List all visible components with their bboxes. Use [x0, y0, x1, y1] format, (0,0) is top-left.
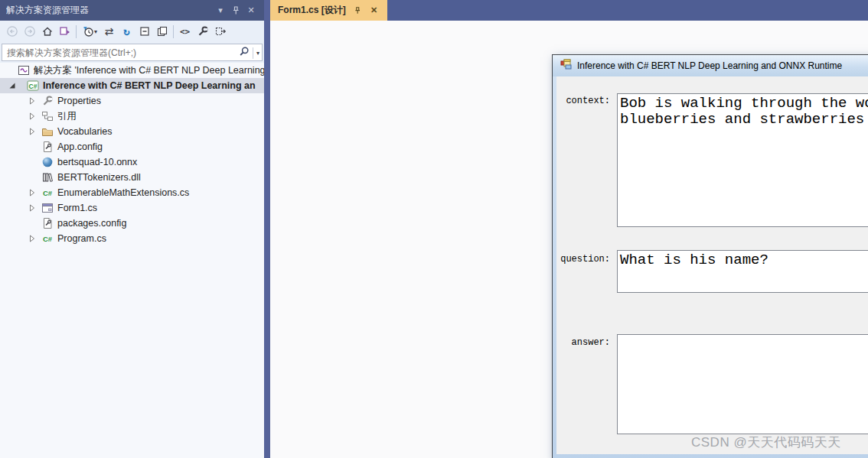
watermark: CSDN @天天代码码天天	[691, 434, 841, 451]
collapse-all-icon[interactable]	[135, 23, 153, 41]
show-all-files-icon[interactable]	[153, 23, 171, 41]
tree-item-label: EnumerableMathExtensions.cs	[57, 187, 189, 198]
preview-selected-items-icon[interactable]	[211, 23, 229, 41]
tree-item-label: Program.cs	[57, 233, 106, 244]
close-icon[interactable]: ✕	[244, 4, 258, 18]
tab-form1-design[interactable]: Form1.cs [设计] ✕	[270, 0, 387, 21]
winforms-app-icon	[560, 59, 572, 73]
solution-explorer-search: ▾	[0, 42, 264, 63]
separator	[253, 47, 253, 59]
context-label[interactable]: context:	[560, 96, 610, 106]
chevron-collapsed-icon[interactable]	[26, 128, 38, 135]
question-textbox[interactable]: What is his name?	[617, 250, 868, 293]
solution-icon	[18, 64, 30, 76]
chevron-expanded-icon[interactable]	[6, 82, 18, 89]
properties-wrench-icon[interactable]	[194, 23, 211, 41]
pin-icon[interactable]	[352, 5, 363, 16]
search-options-caret-icon[interactable]: ▾	[256, 50, 259, 57]
answer-textbox[interactable]	[617, 334, 868, 434]
forward-icon[interactable]	[21, 23, 38, 41]
tree-item-solution[interactable]: 解决方案 'Inference with C# BERT NLP Deep Le…	[0, 63, 264, 78]
svg-text:C#: C#	[43, 189, 53, 197]
pin-icon[interactable]	[229, 4, 243, 18]
references-icon	[41, 110, 54, 122]
onnx-model-icon	[41, 156, 54, 168]
csharp-file-icon: C#	[41, 232, 54, 245]
tree-item-program[interactable]: C# Program.cs	[0, 231, 264, 246]
tree-item-properties[interactable]: Properties	[0, 93, 264, 109]
question-label[interactable]: question:	[560, 254, 610, 265]
tree-item-label: 引用	[57, 110, 77, 123]
tree-item-references[interactable]: 引用	[0, 109, 264, 124]
folder-icon	[41, 125, 54, 138]
back-icon[interactable]	[3, 23, 21, 41]
tree-item-enumerable-math-extensions[interactable]: C# EnumerableMathExtensions.cs	[0, 185, 264, 200]
context-textbox[interactable]: Bob is walking through the woods collect…	[617, 93, 868, 227]
csharp-project-icon: C#	[27, 80, 39, 92]
tree-item-label: Properties	[57, 96, 101, 106]
window-position-chevron-icon[interactable]: ▾	[214, 4, 227, 18]
svg-text:C#: C#	[29, 83, 38, 90]
designer-surface: Inference with C# BERT NLP Deep Learning…	[270, 21, 868, 458]
document-tab-bar: Form1.cs [设计] ✕	[270, 0, 868, 21]
solution-tree: 解决方案 'Inference with C# BERT NLP Deep Le…	[0, 63, 264, 458]
switch-views-icon[interactable]	[56, 23, 73, 41]
chevron-collapsed-icon[interactable]	[26, 235, 38, 242]
home-icon[interactable]	[38, 23, 56, 41]
config-file-icon	[41, 217, 54, 229]
chevron-collapsed-icon[interactable]	[26, 97, 38, 105]
csharp-file-icon: C#	[41, 187, 54, 199]
question-text: What is his name?	[618, 251, 868, 268]
toolbar-separator	[173, 25, 174, 38]
tree-item-label: packages.config	[57, 218, 126, 229]
solution-explorer-panel: 解决方案资源管理器 ▾ ✕ ▾ ⇄ ↻ <>	[0, 0, 264, 458]
tree-item-label: App.config	[57, 141, 103, 152]
tree-item-label: BERTTokenizers.dll	[57, 172, 141, 183]
search-input[interactable]	[2, 44, 263, 61]
sync-with-active-document-icon[interactable]: ⇄	[100, 23, 118, 41]
answer-text	[618, 335, 868, 336]
chevron-collapsed-icon[interactable]	[26, 204, 38, 212]
solution-explorer-toolbar: ▾ ⇄ ↻ <>	[0, 21, 264, 42]
tab-label: Form1.cs [设计]	[278, 4, 346, 17]
designer-form-window[interactable]: Inference with C# BERT NLP Deep Learning…	[552, 54, 868, 458]
tree-item-vocabularies[interactable]: Vocabularies	[0, 124, 264, 139]
tree-item-label: Inference with C# BERT NLP Deep Learning…	[43, 80, 256, 91]
tree-item-label: 解决方案 'Inference with C# BERT NLP Deep Le…	[34, 64, 264, 77]
search-icon[interactable]	[239, 46, 250, 60]
wrench-icon	[41, 95, 54, 107]
tree-item-app-config[interactable]: App.config	[0, 139, 264, 154]
solution-explorer-title: 解决方案资源管理器	[6, 4, 212, 17]
tree-item-dll[interactable]: BERTTokenizers.dll	[0, 170, 264, 185]
view-code-icon[interactable]: <>	[176, 23, 194, 41]
tree-item-packages-config[interactable]: packages.config	[0, 216, 264, 231]
tree-item-form1[interactable]: Form1.cs	[0, 200, 264, 216]
context-text: Bob is walking through the woods collect…	[618, 94, 868, 128]
tree-item-project[interactable]: C# Inference with C# BERT NLP Deep Learn…	[0, 78, 264, 93]
close-icon[interactable]: ✕	[369, 5, 380, 16]
config-file-icon	[41, 141, 54, 153]
chevron-collapsed-icon[interactable]	[26, 189, 38, 197]
designer-form-titlebar: Inference with C# BERT NLP Deep Learning…	[553, 55, 868, 76]
tree-item-onnx-model[interactable]: bertsquad-10.onnx	[0, 154, 264, 170]
tree-item-label: Form1.cs	[57, 203, 97, 213]
dll-library-icon	[41, 171, 54, 184]
answer-label[interactable]: answer:	[560, 337, 610, 348]
panel-splitter[interactable]	[264, 0, 270, 458]
tree-item-label: bertsquad-10.onnx	[57, 157, 137, 167]
designer-form-client: context: Bob is walking through the wood…	[556, 76, 868, 454]
solution-explorer-titlebar: 解决方案资源管理器 ▾ ✕	[0, 0, 264, 21]
refresh-icon[interactable]: ↻	[118, 23, 135, 41]
chevron-collapsed-icon[interactable]	[26, 112, 38, 120]
toolbar-separator	[76, 25, 77, 38]
tree-item-label: Vocabularies	[57, 126, 113, 137]
winform-icon	[41, 202, 54, 214]
dropdown-caret-icon[interactable]: ▾	[94, 28, 100, 35]
svg-text:C#: C#	[43, 235, 53, 243]
designer-form-title: Inference with C# BERT NLP Deep Learning…	[577, 60, 842, 71]
